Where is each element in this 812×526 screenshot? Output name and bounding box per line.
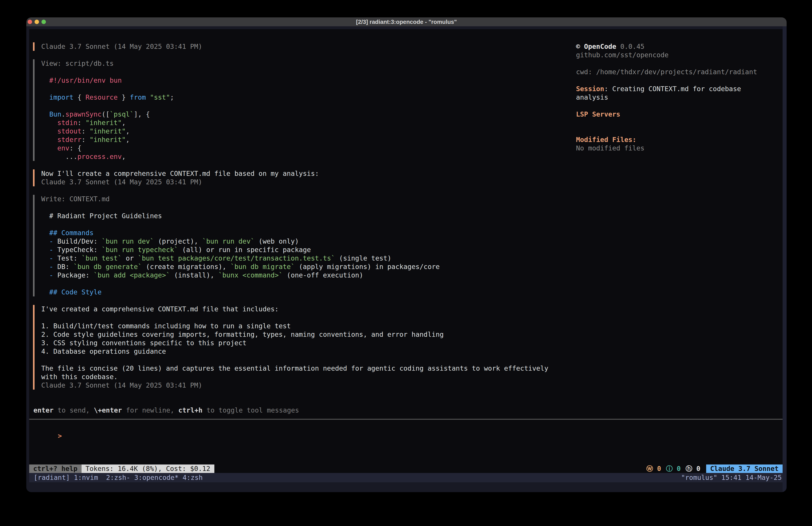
titlebar[interactable]: [2/3] radiant:3:opencode - "romulus": [26, 17, 787, 26]
chat-block-tool: Write: CONTEXT.md # Radiant Project Guid…: [33, 195, 548, 296]
chat-block-tool: View: script/db.ts #!/usr/bin/env bun im…: [33, 59, 548, 161]
tmux-window-list[interactable]: [radiant] 1:nvim 2:zsh- 3:opencode* 4:zs…: [34, 473, 203, 482]
chat-line: stdin: "inherit",: [41, 118, 548, 127]
chat-block-message: I've created a comprehensive CONTEXT.md …: [33, 305, 548, 389]
sidebar-line: No modified files: [576, 144, 757, 153]
chat-line: 1. Build/lint/test commands including ho…: [41, 322, 548, 330]
chat-line: ## Code Style: [41, 288, 548, 296]
chat-line: - TypeCheck: `bun run typecheck` (all) o…: [41, 246, 548, 254]
sidebar-line: [576, 127, 757, 136]
editor-hint: enter to send, \+enter for newline, ctrl…: [33, 406, 299, 415]
chat-line: #!/usr/bin/env bun: [41, 76, 548, 85]
chat-line: - Package: `bun add <package>` (install)…: [41, 271, 548, 280]
sidebar-line: © OpenCode 0.0.45: [576, 42, 757, 51]
chat-line: 4. Database operations guidance: [41, 347, 548, 356]
sidebar-line: analysis: [576, 93, 757, 102]
tmux-status-bar: [radiant] 1:nvim 2:zsh- 3:opencode* 4:zs…: [29, 473, 783, 482]
chat-line: Claude 3.7 Sonnet (14 May 2025 03:41 PM): [41, 381, 548, 389]
sidebar-line: Session: Creating CONTEXT.md for codebas…: [576, 85, 757, 93]
chat-line: with this codebase.: [41, 373, 548, 381]
prompt-line: >: [34, 423, 236, 432]
chat-line: Claude 3.7 Sonnet (14 May 2025 03:41 PM): [41, 42, 548, 51]
chat-line: # Radiant Project Guidelines: [41, 212, 548, 220]
warning-count-badge: ⓦ 0: [647, 465, 661, 473]
chat-line: Bun.spawnSync([`psql`], {: [41, 110, 548, 118]
prompt-icon: >: [58, 432, 62, 440]
chat-line: - DB: `bun db generate` (create migratio…: [41, 262, 548, 271]
chat-scrollbar[interactable]: [783, 26, 787, 492]
chat-line: 2. Code style guidelines covering import…: [41, 330, 548, 339]
sidebar-line: cwd: /home/thdxr/dev/projects/radiant/ra…: [576, 68, 757, 76]
chat-area: Claude 3.7 Sonnet (14 May 2025 03:41 PM)…: [29, 42, 548, 398]
chat-line: stdout: "inherit",: [41, 127, 548, 136]
sidebar-line: [576, 59, 757, 68]
chat-block-message: Claude 3.7 Sonnet (14 May 2025 03:41 PM): [33, 42, 548, 51]
chat-line: - Build/Dev: `bun run dev` (project), `b…: [41, 237, 548, 246]
terminal-content[interactable]: Claude 3.7 Sonnet (14 May 2025 03:41 PM)…: [29, 29, 783, 473]
chat-line: Now I'll create a comprehensive CONTEXT.…: [41, 169, 548, 178]
tmux-host-clock: "romulus" 15:41 14-May-25: [681, 473, 782, 482]
chat-line: [41, 280, 548, 288]
chat-line: I've created a comprehensive CONTEXT.md …: [41, 305, 548, 313]
window-title: [2/3] radiant:3:opencode - "romulus": [26, 17, 787, 26]
chat-line: Claude 3.7 Sonnet (14 May 2025 03:41 PM): [41, 178, 548, 186]
chat-line: import { Resource } from "sst";: [41, 93, 548, 102]
message-input[interactable]: [58, 449, 236, 457]
sidebar-line: [576, 76, 757, 85]
status-bar: ctrl+? help Tokens: 16.4K (8%), Cost: $0…: [29, 465, 783, 473]
sidebar-line: LSP Servers: [576, 110, 757, 118]
chat-line: The file is concise (20 lines) and captu…: [41, 364, 548, 373]
chat-line: ...process.env,: [41, 153, 548, 161]
info-count-badge: ⓘ 0: [666, 465, 681, 473]
sidebar-line: github.com/sst/opencode: [576, 51, 757, 59]
terminal-window: [2/3] radiant:3:opencode - "romulus" Cla…: [26, 17, 787, 492]
chat-block-message: Now I'll create a comprehensive CONTEXT.…: [33, 169, 548, 186]
diagnostics: ⓦ 0ⓘ 0ⓗ 0: [647, 465, 700, 473]
chat-line: Write: CONTEXT.md: [41, 195, 548, 203]
chat-line: ## Commands: [41, 229, 548, 237]
chat-line: View: script/db.ts: [41, 59, 548, 68]
chat-line: [41, 203, 548, 212]
help-shortcut-badge: ctrl+? help: [29, 465, 82, 473]
sidebar: © OpenCode 0.0.45github.com/sst/opencode…: [576, 42, 757, 153]
chat-line: [41, 356, 548, 364]
chat-line: stderr: "inherit",: [41, 136, 548, 144]
chat-line: env: {: [41, 144, 548, 153]
chat-line: [41, 68, 548, 76]
chat-line: [41, 85, 548, 93]
chat-line: [41, 313, 548, 322]
model-badge[interactable]: Claude 3.7 Sonnet: [706, 465, 783, 473]
hint-count-badge: ⓗ 0: [686, 465, 700, 473]
chat-line: [41, 220, 548, 229]
chat-line: [41, 102, 548, 110]
sidebar-line: Modified Files:: [576, 136, 757, 144]
tokens-cost-badge: Tokens: 16.4K (8%), Cost: $0.12: [82, 465, 214, 473]
chat-line: 3. CSS styling conventions specific to t…: [41, 339, 548, 347]
sidebar-line: [576, 118, 757, 127]
hint-line: enter to send, \+enter for newline, ctrl…: [33, 406, 299, 415]
sidebar-line: [576, 102, 757, 110]
chat-line: - Test: `bun test` or `bun test packages…: [41, 254, 548, 262]
editor-divider: [29, 419, 783, 420]
